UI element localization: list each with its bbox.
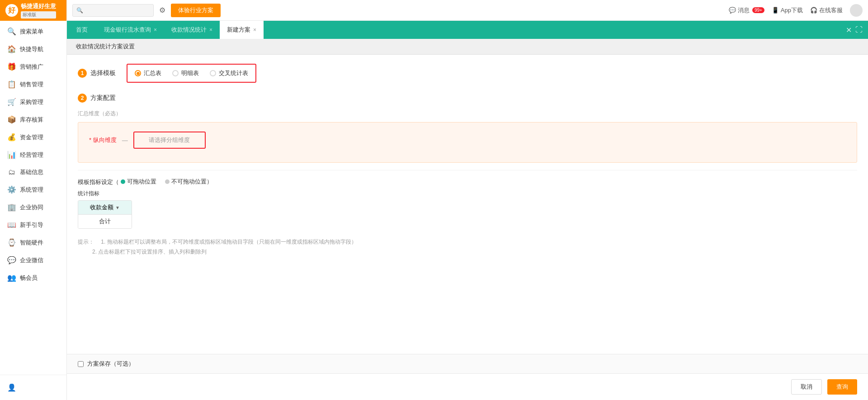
sidebar-item-marketing[interactable]: 🎁 营销推广 <box>0 58 66 75</box>
query-button[interactable]: 查询 <box>827 379 857 395</box>
sidebar-label-enterprise: 企业协同 <box>20 203 43 212</box>
logo-text-block: 畅捷通好生意 标准版 <box>21 2 56 19</box>
quick-nav-icon: 🏠 <box>7 45 16 53</box>
support-icon: 🎧 <box>810 7 817 14</box>
draggable-badge: 可拖动位置 <box>121 178 156 186</box>
page-title: 收款情况统计方案设置 <box>76 43 135 50</box>
section-divider <box>78 170 857 170</box>
support-label: 在线客服 <box>819 6 843 14</box>
sidebar-item-operations[interactable]: 📊 经营管理 <box>0 146 66 164</box>
section2-title: 方案配置 <box>90 94 116 102</box>
radio-cross[interactable]: 交叉统计表 <box>210 69 248 77</box>
search-menu-icon: 🔍 <box>7 27 16 36</box>
sidebar-item-sales[interactable]: 📋 销售管理 <box>0 75 66 93</box>
radio-cross-circle <box>210 70 216 76</box>
member-icon: 👥 <box>7 273 16 282</box>
message-label: 消息 <box>738 6 750 14</box>
dimension-config-label: 汇总维度（必选） <box>78 110 857 118</box>
stat-header-row[interactable]: 收款金额 ▼ <box>78 201 132 214</box>
stat-indicators-box: 收款金额 ▼ 合计 <box>78 200 132 229</box>
tab-maximize-icon[interactable]: ⛶ <box>855 26 863 34</box>
dimension-label-text: 汇总维度（必选） <box>78 110 121 117</box>
bottom-icon1: 👤 <box>7 383 16 392</box>
non-draggable-dot <box>165 179 170 184</box>
sidebar-item-purchase[interactable]: 🛒 采购管理 <box>0 93 66 111</box>
sidebar-item-system[interactable]: ⚙️ 系统管理 <box>0 181 66 198</box>
vertical-dimension-label: * 纵向维度 <box>89 136 117 144</box>
save-section: 方案保存（可选） <box>67 354 868 373</box>
dimension-arrow: — <box>122 137 128 144</box>
sidebar-label-quick-nav: 快捷导航 <box>20 45 43 53</box>
tab-receipt-stats[interactable]: 收款情况统计 × <box>164 21 220 39</box>
section1-num: 1 <box>78 69 87 78</box>
sidebar-item-newbie[interactable]: 📖 新手引导 <box>0 216 66 234</box>
draggable-dot <box>121 179 125 184</box>
tab-bank-flow[interactable]: 现金银行流水查询 × <box>97 21 164 39</box>
sidebar-item-quick-nav[interactable]: 🏠 快捷导航 <box>0 40 66 58</box>
page-title-bar: 收款情况统计方案设置 <box>67 39 868 55</box>
app-version: 标准版 <box>21 11 56 19</box>
tab-receipt-stats-close[interactable]: × <box>209 27 212 33</box>
dimension-selector[interactable]: 请选择分组维度 <box>133 132 206 149</box>
finance-icon: 💰 <box>7 133 16 141</box>
sidebar-bottom-item1[interactable]: 👤 <box>0 379 66 396</box>
radio-summary-circle <box>135 70 141 76</box>
sidebar: 好 畅捷通好生意 标准版 🔍 搜索菜单 🏠 快捷导航 🎁 营销推广 📋 销售管理… <box>0 0 67 400</box>
sidebar-item-search-menu[interactable]: 🔍 搜索菜单 <box>0 23 66 40</box>
sidebar-item-inventory[interactable]: 📦 库存核算 <box>0 111 66 128</box>
section1-title: 选择模板 <box>90 69 116 77</box>
sidebar-label-operations: 经营管理 <box>20 151 43 159</box>
sidebar-item-member[interactable]: 👥 畅会员 <box>0 269 66 287</box>
dimension-area: * 纵向维度 — 请选择分组维度 <box>78 122 857 163</box>
tab-receipt-stats-label: 收款情况统计 <box>171 26 207 34</box>
sidebar-label-purchase: 采购管理 <box>20 98 43 106</box>
download-label: App下载 <box>781 6 803 14</box>
sidebar-item-basic[interactable]: 🗂 基础信息 <box>0 164 66 181</box>
radio-detail[interactable]: 明细表 <box>172 69 199 77</box>
stat-label: 统计指标 <box>78 190 857 198</box>
message-button[interactable]: 💬 消息 99+ <box>729 6 764 14</box>
sidebar-item-smart-hw[interactable]: ⌚ 智能硬件 <box>0 234 66 251</box>
radio-summary[interactable]: 汇总表 <box>135 69 161 77</box>
settings-icon[interactable]: ⚙ <box>159 6 165 14</box>
download-button[interactable]: 📱 App下载 <box>772 6 803 14</box>
tab-new-plan-close[interactable]: × <box>253 27 256 33</box>
tab-close-all-icon[interactable]: ✕ <box>846 26 852 34</box>
user-avatar[interactable] <box>850 4 863 17</box>
template-options: 汇总表 明细表 交叉统计表 <box>127 64 256 83</box>
tab-home[interactable]: 首页 <box>67 21 97 39</box>
sidebar-bottom: 👤 <box>0 375 66 400</box>
sidebar-label-newbie: 新手引导 <box>20 221 43 229</box>
form-content: 1 选择模板 汇总表 明细表 <box>67 55 868 354</box>
sidebar-item-wechat[interactable]: 💬 企业微信 <box>0 251 66 269</box>
indicators-section: 模板指标设定（ 可拖动位置 不可拖动位置） <box>78 178 857 230</box>
save-label: 方案保存（可选） <box>87 360 134 368</box>
tab-bar-right: ✕ ⛶ <box>846 26 868 34</box>
message-icon: 💬 <box>729 7 736 14</box>
stat-total-cell: 合计 <box>78 214 132 228</box>
tab-bank-flow-close[interactable]: × <box>154 27 157 33</box>
tips-section: 提示： 1. 拖动标题栏可以调整布局，不可跨维度或指标区域拖动目字段（只能在同一… <box>78 237 857 257</box>
save-checkbox[interactable] <box>78 361 84 367</box>
app-name: 畅捷通好生意 <box>21 2 56 10</box>
header-actions: 💬 消息 99+ 📱 App下载 🎧 在线客服 <box>729 4 863 17</box>
sidebar-item-finance[interactable]: 💰 资金管理 <box>0 128 66 146</box>
sidebar-label-marketing: 营销推广 <box>20 63 43 71</box>
header-search-bar[interactable]: 🔍 <box>72 4 154 17</box>
inventory-icon: 📦 <box>7 115 16 124</box>
tab-new-plan[interactable]: 新建方案 × <box>220 21 264 39</box>
sidebar-label-basic: 基础信息 <box>20 168 43 176</box>
sidebar-label-search-menu: 搜索菜单 <box>20 28 43 36</box>
smart-hw-icon: ⌚ <box>7 238 16 247</box>
indicators-label: 模板指标设定（ 可拖动位置 不可拖动位置） <box>78 178 857 186</box>
sidebar-label-sales: 销售管理 <box>20 80 43 89</box>
stat-dropdown-icon[interactable]: ▼ <box>115 205 120 210</box>
support-button[interactable]: 🎧 在线客服 <box>810 6 843 14</box>
cancel-button[interactable]: 取消 <box>791 379 822 395</box>
trial-button[interactable]: 体验行业方案 <box>171 4 221 17</box>
basic-icon: 🗂 <box>7 168 16 176</box>
app-logo: 好 畅捷通好生意 标准版 <box>0 0 66 21</box>
tab-bar: 首页 现金银行流水查询 × 收款情况统计 × 新建方案 × ✕ ⛶ <box>67 21 868 39</box>
sidebar-item-enterprise[interactable]: 🏢 企业协同 <box>0 198 66 216</box>
config-section: 2 方案配置 汇总维度（必选） * 纵向维度 — 请选择分组维度 <box>78 94 857 257</box>
